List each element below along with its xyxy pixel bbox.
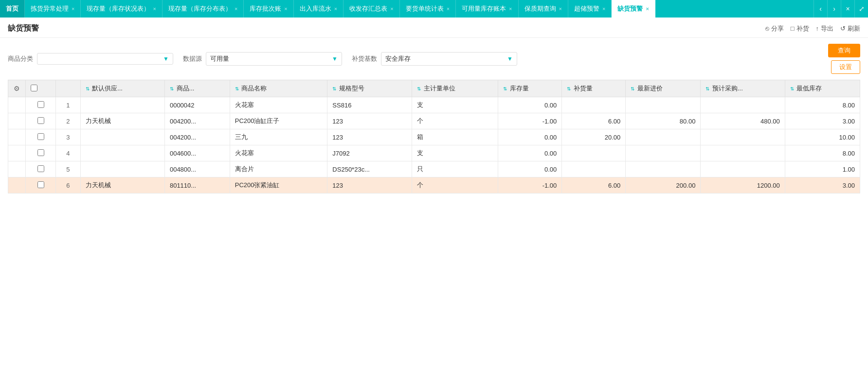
col-replenish[interactable]: ⇅ 补货量 [562,80,626,97]
row-stock-cell: 0.00 [498,161,562,177]
row-min-stock-cell: 8.00 [785,145,860,161]
tab-shortage-close[interactable]: × [646,6,649,12]
row-checkbox-cell[interactable] [26,129,56,145]
row-supplier-cell: 力天机械 [80,177,164,194]
row-est-purchase-cell [701,97,785,113]
row-num-cell: 2 [56,113,80,129]
export-button[interactable]: ↑ 导出 [816,24,834,33]
tab-available-ledger[interactable]: 可用量库存账本 × [456,0,518,18]
tab-abnormal-close[interactable]: × [72,6,74,12]
tab-available-ledger-close[interactable]: × [509,6,512,12]
tab-in-out-flow-label: 出入库流水 [300,4,331,13]
col-spec[interactable]: ⇅ 规格型号 [327,80,412,97]
tab-abnormal[interactable]: 拣货异常处理 × [25,0,81,18]
replenish-button[interactable]: □ 补货 [791,24,809,33]
query-button[interactable]: 查询 [828,44,860,57]
col-goods-code[interactable]: ⇅ 商品... [164,80,230,97]
row-checkbox-cell[interactable] [26,161,56,177]
share-button[interactable]: ⎋ 分享 [765,24,784,33]
row-checkbox-cell[interactable] [26,97,56,113]
tab-shortage-label: 缺货预警 [617,4,643,13]
tab-inventory-status-close[interactable]: × [153,6,156,12]
row-spec-cell: J7092 [327,145,412,161]
row-stock-cell: -1.00 [498,177,562,194]
row-checkbox[interactable] [37,165,44,172]
row-checkbox-cell[interactable] [26,177,56,194]
row-spec-cell: 123 [327,177,412,194]
row-min-stock-cell: 8.00 [785,97,860,113]
replenish-base-select[interactable]: 安全库存 ▼ [381,52,517,66]
row-stock-cell: 0.00 [498,97,562,113]
row-goods-name-cell: 三九 [230,129,327,145]
row-est-purchase-cell [701,129,785,145]
tab-inventory-status[interactable]: 现存量（库存状况表） × [81,0,162,18]
row-replenish-cell: 6.00 [562,113,626,129]
row-supplier-cell [80,129,164,145]
col-gear[interactable]: ⚙ [8,80,26,97]
tab-home[interactable]: 首页 [0,0,25,18]
row-checkbox[interactable] [37,181,44,188]
tab-next-button[interactable]: › [827,0,841,18]
col-min-stock[interactable]: ⇅ 最低库存 [785,80,860,97]
row-goods-code-cell: 0000042 [164,97,230,113]
row-goods-name-cell: PC200油缸庄子 [230,113,327,129]
row-unit-cell: 只 [412,161,498,177]
row-checkbox[interactable] [37,117,44,124]
refresh-icon: ↺ [840,25,846,32]
category-label: 商品分类 [8,54,33,63]
tab-prev-button[interactable]: ‹ [814,0,827,18]
tab-demand-stats[interactable]: 要货单统计表 × [400,0,456,18]
row-min-stock-cell: 1.00 [785,161,860,177]
row-checkbox-cell[interactable] [26,113,56,129]
tab-abnormal-label: 拣货异常处理 [31,4,69,13]
tab-receive-summary-label: 收发存汇总表 [349,4,387,13]
col-goods-name[interactable]: ⇅ 商品名称 [230,80,327,97]
tab-shortage[interactable]: 缺货预警 × [612,0,655,18]
tab-receive-summary[interactable]: 收发存汇总表 × [344,0,399,18]
row-checkbox[interactable] [37,133,44,140]
table-row: 5 004800... 离合片 DS250*23c... 只 0.00 1.00 [8,161,860,177]
col-latest-price[interactable]: ⇅ 最新进价 [626,80,701,97]
col-unit[interactable]: ⇅ 主计量单位 [412,80,498,97]
tab-overstock[interactable]: 超储预警 × [568,0,612,18]
table-row: 1 0000042 火花塞 SS816 支 0.00 8.00 [8,97,860,113]
refresh-button[interactable]: ↺ 刷新 [840,24,860,33]
filter-bar: 商品分类 ▼ 数据源 可用量 ▼ 补货基数 安全库存 ▼ 查询 设置 [0,38,868,80]
tab-in-out-flow[interactable]: 出入库流水 × [294,0,344,18]
row-checkbox-cell[interactable] [26,145,56,161]
tab-overstock-close[interactable]: × [602,6,605,12]
row-goods-code-cell: 801110... [164,177,230,194]
tab-batch-account-close[interactable]: × [284,6,287,12]
row-stock-cell: 0.00 [498,145,562,161]
tab-demand-stats-close[interactable]: × [447,6,450,12]
col-supplier[interactable]: ⇅ 默认供应... [80,80,164,97]
row-checkbox[interactable] [37,101,44,108]
row-spec-cell: 123 [327,113,412,129]
tab-receive-summary-close[interactable]: × [390,6,393,12]
category-select[interactable]: ▼ [37,53,173,65]
tab-expiry-query-close[interactable]: × [559,6,562,12]
col-checkbox-header[interactable] [26,80,56,97]
tab-batch-account[interactable]: 库存批次账 × [244,0,293,18]
tab-close-button[interactable]: × [841,0,854,18]
row-goods-name-cell: 离合片 [230,161,327,177]
settings-button[interactable]: 设置 [831,60,860,74]
tab-inventory-dist-close[interactable]: × [235,6,237,12]
select-all-checkbox[interactable] [31,85,37,91]
row-spec-cell: DS250*23c... [327,161,412,177]
row-checkbox[interactable] [37,149,44,156]
row-min-stock-cell: 3.00 [785,177,860,194]
col-stock[interactable]: ⇅ 库存量 [498,80,562,97]
tab-inventory-dist[interactable]: 现存量（库存分布表） × [163,0,244,18]
tab-in-out-flow-close[interactable]: × [334,6,337,12]
col-est-purchase[interactable]: ⇅ 预计采购... [701,80,785,97]
table-wrapper: ⚙ ⇅ 默认供应... ⇅ 商品... ⇅ [0,80,868,194]
row-replenish-cell [562,97,626,113]
tab-expiry-query[interactable]: 保质期查询 × [519,0,568,18]
gear-icon[interactable]: ⚙ [14,85,20,92]
tab-fullscreen-button[interactable]: ⤢ [854,0,868,18]
row-goods-name-cell: 火花塞 [230,145,327,161]
row-num-cell: 6 [56,177,80,194]
row-gear-cell [8,129,26,145]
datasource-select[interactable]: 可用量 ▼ [206,52,342,66]
